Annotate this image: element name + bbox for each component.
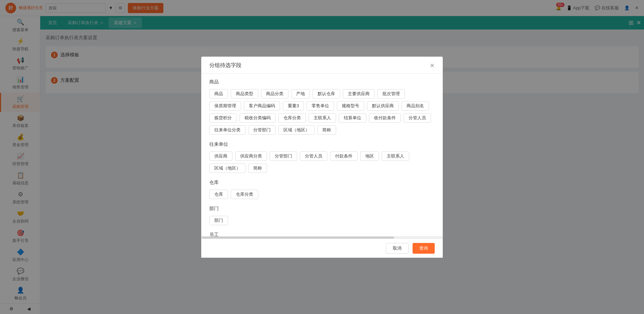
modal-body[interactable]: 商品 商品 商品类型 商品分类 产地 默认仓库 主要供应商 批次管理 保质期管理… [201,74,443,236]
field-tag-supervisor[interactable]: 分管人员 [404,113,431,123]
field-tag-supplier-category[interactable]: 供应商分类 [235,151,267,161]
field-tag-main-contact-2[interactable]: 主联系人 [382,151,409,161]
field-tag-goods-type[interactable]: 商品类型 [231,89,258,99]
field-group-department: 部门 部门 [209,206,435,225]
cancel-button[interactable]: 取消 [386,243,409,254]
field-tags-department: 部门 [209,216,435,225]
field-tag-short-name[interactable]: 简称 [317,125,336,135]
field-tag-main-contact[interactable]: 主联系人 [309,113,336,123]
field-tag-spec-model[interactable]: 规格型号 [337,101,364,111]
field-tag-region-2[interactable]: 区域（地区） [209,164,246,173]
field-tag-managing-person[interactable]: 分管人员 [300,151,327,161]
field-tag-retail-unit[interactable]: 零售单位 [307,101,334,111]
field-tag-default-supplier[interactable]: 默认供应商 [367,101,399,111]
field-tag-goods-category[interactable]: 商品分类 [261,89,288,99]
modal-title: 分组待选字段 [209,62,241,69]
field-tag-weight[interactable]: 重量3 [283,101,304,111]
field-group-warehouse-title: 仓库 [209,180,435,186]
field-tag-region[interactable]: 区域（地区） [278,125,315,135]
modal-horizontal-scrollbar[interactable] [201,236,443,239]
field-tag-warehouse-cat[interactable]: 仓库分类 [231,190,258,199]
field-tag-managing-dept[interactable]: 分管部门 [270,151,297,161]
modal-backdrop: 分组待选字段 ✕ 商品 商品 商品类型 商品分类 产地 默认仓库 主要供应商 批… [0,0,644,314]
field-tag-department[interactable]: 部门 [209,216,228,225]
field-tag-customer-code[interactable]: 客户商品编码 [244,101,280,111]
field-tags-goods: 商品 商品类型 商品分类 产地 默认仓库 主要供应商 批次管理 保质期管理 客户… [209,89,435,135]
modal-close-button[interactable]: ✕ [430,62,435,69]
field-tag-default-warehouse[interactable]: 默认仓库 [313,89,340,99]
field-tag-refine-points[interactable]: 炼货积分 [209,113,237,123]
field-tag-payment-terms[interactable]: 收付款条件 [369,113,401,123]
field-tag-supplier[interactable]: 供应商 [209,151,232,161]
field-tag-goods[interactable]: 商品 [209,89,228,99]
field-tag-tax-code[interactable]: 税收分类编码 [239,113,276,123]
confirm-button[interactable]: 查询 [413,243,435,254]
field-tag-dept[interactable]: 分管部门 [248,125,276,135]
field-tag-settlement-unit[interactable]: 结算单位 [339,113,366,123]
field-group-warehouse: 仓库 仓库 仓库分类 [209,180,435,199]
field-tag-batch-management[interactable]: 批次管理 [377,89,405,99]
field-tag-abbreviation[interactable]: 简称 [248,164,267,173]
field-group-employee: 员工 业务员 [209,232,435,236]
field-tag-goods-alias[interactable]: 商品别名 [401,101,429,111]
modal-footer: 取消 查询 [201,239,443,258]
field-group-goods-title: 商品 [209,79,435,85]
field-tags-partner: 供应商 供应商分类 分管部门 分管人员 付款条件 地区 主联系人 区域（地区） … [209,151,435,173]
field-tag-partner-category[interactable]: 往来单位分类 [209,125,246,135]
field-group-partner: 往来单位 供应商 供应商分类 分管部门 分管人员 付款条件 地区 主联系人 区域… [209,141,435,173]
field-group-department-title: 部门 [209,206,435,212]
field-tag-origin[interactable]: 产地 [291,89,310,99]
field-tag-warehouse-category[interactable]: 仓库分类 [278,113,306,123]
field-tag-warehouse[interactable]: 仓库 [209,190,228,199]
field-select-modal: 分组待选字段 ✕ 商品 商品 商品类型 商品分类 产地 默认仓库 主要供应商 批… [201,57,443,258]
field-tags-warehouse: 仓库 仓库分类 [209,190,435,199]
field-group-partner-title: 往来单位 [209,141,435,147]
field-group-goods: 商品 商品 商品类型 商品分类 产地 默认仓库 主要供应商 批次管理 保质期管理… [209,79,435,135]
field-tag-area[interactable]: 地区 [360,151,379,161]
field-tag-shelf-life[interactable]: 保质期管理 [209,101,241,111]
modal-header: 分组待选字段 ✕ [201,57,443,74]
field-tag-main-supplier[interactable]: 主要供应商 [343,89,375,99]
field-tag-payment-condition[interactable]: 付款条件 [330,151,358,161]
field-group-employee-title: 员工 [209,232,435,236]
